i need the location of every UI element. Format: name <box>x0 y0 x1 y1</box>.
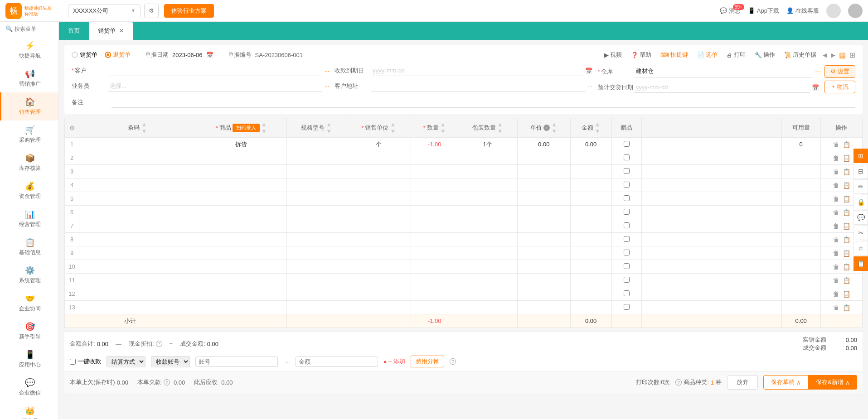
copy-row-icon[interactable]: 📋 <box>843 290 850 298</box>
help-btn[interactable]: ❓ 帮助 <box>628 50 654 60</box>
row-amount[interactable] <box>570 274 611 287</box>
copy-row-icon[interactable]: 📋 <box>843 154 850 162</box>
copy-row-icon[interactable]: 📋 <box>843 236 850 243</box>
row-product[interactable] <box>196 206 286 219</box>
payment-date-calendar-icon[interactable]: 📅 <box>585 67 592 74</box>
company-selector[interactable]: XXXXXX公司 ▼ <box>68 5 141 17</box>
row-qty[interactable] <box>411 274 458 287</box>
sidebar-item-inventory[interactable]: 📦 库存核算 <box>0 149 58 177</box>
row-product[interactable] <box>196 287 286 301</box>
right-tool-star[interactable]: ☆ <box>853 241 868 255</box>
payment-date-input[interactable] <box>371 65 583 76</box>
gift-checkbox[interactable] <box>624 236 630 242</box>
row-amount[interactable] <box>570 301 611 314</box>
delete-row-icon[interactable]: 🗑 <box>833 168 839 175</box>
delete-row-icon[interactable]: 🗑 <box>833 277 839 284</box>
row-qty[interactable] <box>411 246 458 260</box>
row-unit-price[interactable] <box>517 206 570 219</box>
row-barcode[interactable] <box>79 165 196 178</box>
row-unit-price[interactable] <box>517 178 570 192</box>
row-amount[interactable] <box>570 192 611 206</box>
scan-button[interactable]: 扫码录入 <box>233 124 260 132</box>
row-qty[interactable] <box>411 151 458 165</box>
sidebar-item-marketing[interactable]: 📢 营销推广 <box>0 64 58 92</box>
delivery-cal-icon[interactable]: 📅 <box>812 84 819 91</box>
row-unit[interactable] <box>346 301 411 314</box>
view-grid-icon[interactable]: ⊞ <box>849 51 855 59</box>
sidebar-item-apps[interactable]: 📱 应用中心 <box>0 345 58 373</box>
row-unit-price[interactable] <box>517 287 570 301</box>
copy-row-icon[interactable]: 📋 <box>843 168 850 175</box>
row-pack-qty[interactable] <box>458 233 517 246</box>
row-unit[interactable] <box>346 287 411 301</box>
delete-row-icon[interactable]: 🗑 <box>833 154 839 162</box>
gift-checkbox[interactable] <box>624 250 630 255</box>
row-unit-price[interactable] <box>517 274 570 287</box>
row-product[interactable] <box>196 301 286 314</box>
row-product[interactable] <box>196 192 286 206</box>
row-unit-price[interactable] <box>517 260 570 274</box>
one-click-payment[interactable]: 一键收款 <box>70 357 101 366</box>
row-spec[interactable] <box>287 246 346 260</box>
row-product[interactable] <box>196 260 286 274</box>
gift-checkbox[interactable] <box>624 290 630 296</box>
row-barcode[interactable] <box>79 138 196 151</box>
delete-row-icon[interactable]: 🗑 <box>833 290 839 298</box>
row-gift[interactable] <box>611 165 641 178</box>
row-unit[interactable] <box>346 151 411 165</box>
row-unit[interactable] <box>346 219 411 233</box>
row-barcode[interactable] <box>79 219 196 233</box>
right-tool-lock[interactable]: 🔒 <box>853 195 868 209</box>
row-unit[interactable] <box>346 246 411 260</box>
row-barcode[interactable] <box>79 246 196 260</box>
row-product[interactable] <box>196 274 286 287</box>
gift-checkbox[interactable] <box>624 222 630 228</box>
sidebar-item-sales[interactable]: 🏠 销售管理 <box>0 92 58 120</box>
delete-row-icon[interactable]: 🗑 <box>833 222 839 230</box>
history-btn[interactable]: 📜 历史单据 <box>781 50 819 60</box>
delete-row-icon[interactable]: 🗑 <box>833 209 839 216</box>
row-product[interactable] <box>196 165 286 178</box>
row-pack-qty[interactable] <box>458 274 517 287</box>
row-spec[interactable] <box>287 178 346 192</box>
expense-button[interactable]: 费用分摊 <box>411 356 444 367</box>
copy-row-icon[interactable]: 📋 <box>843 195 850 202</box>
row-unit[interactable] <box>346 233 411 246</box>
row-qty[interactable] <box>411 301 458 314</box>
row-barcode[interactable] <box>79 206 196 219</box>
sidebar-item-wechat[interactable]: 💬 企业微信 <box>0 373 58 401</box>
gift-checkbox[interactable] <box>624 141 630 147</box>
save-draft-button[interactable]: 保存草稿 ∧ <box>763 375 809 390</box>
gift-checkbox[interactable] <box>624 263 630 269</box>
row-pack-qty[interactable]: 1个 <box>458 138 517 151</box>
row-amount[interactable] <box>570 178 611 192</box>
row-qty[interactable] <box>411 260 458 274</box>
row-amount[interactable]: 0.00 <box>570 138 611 151</box>
row-product[interactable] <box>196 178 286 192</box>
row-unit[interactable]: 个 <box>346 138 411 151</box>
copy-row-icon[interactable]: 📋 <box>843 304 850 311</box>
unit-price-info-icon[interactable]: i <box>543 125 550 131</box>
row-amount[interactable] <box>570 246 611 260</box>
online-service-button[interactable]: 👤 在线客服 <box>786 7 819 15</box>
row-pack-qty[interactable] <box>458 151 517 165</box>
row-barcode[interactable] <box>79 151 196 165</box>
debit-help-icon[interactable]: ? <box>164 379 170 385</box>
radio-return[interactable]: 退货单 <box>105 51 131 59</box>
sidebar-item-basic[interactable]: 📋 基础信息 <box>0 233 58 261</box>
row-pack-qty[interactable] <box>458 301 517 314</box>
gift-checkbox[interactable] <box>624 209 630 215</box>
row-product[interactable] <box>196 233 286 246</box>
row-pack-qty[interactable] <box>458 206 517 219</box>
row-gift[interactable] <box>611 206 641 219</box>
row-gift[interactable] <box>611 301 641 314</box>
tab-home[interactable]: 首页 <box>59 22 89 40</box>
row-barcode[interactable] <box>79 178 196 192</box>
select-btn[interactable]: 📄 选单 <box>694 50 720 60</box>
row-amount[interactable] <box>570 287 611 301</box>
row-barcode[interactable] <box>79 260 196 274</box>
search-input[interactable] <box>15 26 53 32</box>
row-barcode[interactable] <box>79 274 196 287</box>
copy-row-icon[interactable]: 📋 <box>843 222 850 230</box>
sidebar-item-guide[interactable]: 🎯 新手引导 <box>0 317 58 345</box>
